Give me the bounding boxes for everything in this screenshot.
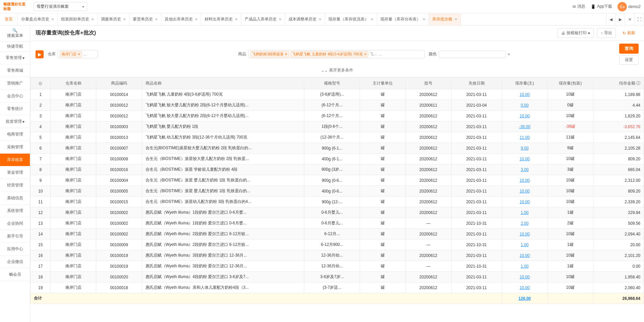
- tab-close-current[interactable]: ✕: [625, 13, 635, 25]
- row-qty-main[interactable]: 9.00: [502, 143, 547, 154]
- sidebar-search[interactable]: 🔍 搜索菜单: [0, 25, 30, 42]
- account-selector[interactable]: 母婴行业演示账套 ▾: [34, 2, 87, 11]
- messages-button[interactable]: ✉ 消息: [573, 4, 585, 9]
- row-qty-main[interactable]: 10.00: [502, 186, 547, 197]
- close-icon[interactable]: ✕: [285, 52, 287, 56]
- sidebar-item-operations[interactable]: 经营管理: [0, 179, 30, 192]
- product-tag-1[interactable]: 飞鹤奶粉3段两提装 ✕: [251, 51, 289, 57]
- close-icon[interactable]: ✕: [319, 17, 321, 21]
- sidebar-item-vip[interactable]: 畅会员: [0, 268, 30, 281]
- row-qty-main[interactable]: 10.00: [502, 272, 547, 282]
- close-icon[interactable]: ✕: [371, 17, 373, 21]
- sidebar-quick-nav[interactable]: 快捷导航: [0, 42, 30, 52]
- sidebar-item-purchase[interactable]: 采购管理: [0, 141, 30, 154]
- user-menu[interactable]: Ea demo2: [618, 2, 641, 11]
- sidebar-item-label: 基础信息: [7, 195, 23, 201]
- row-qty-main[interactable]: 1.00: [502, 261, 547, 272]
- tab-home[interactable]: 首页: [0, 13, 18, 25]
- sidebar-item-wholesale[interactable]: 批发管理 ▾: [0, 115, 30, 128]
- row-qty-main[interactable]: 10.00: [502, 111, 547, 121]
- warehouse-tag-nanan[interactable]: 南岸门店 ✕: [60, 51, 82, 57]
- row-qty-main[interactable]: 3.00: [502, 164, 547, 175]
- tab-scroll-left[interactable]: ◀: [606, 13, 616, 25]
- close-icon[interactable]: ✕: [155, 17, 158, 21]
- close-icon[interactable]: ✕: [123, 17, 126, 21]
- row-warehouse: 南岸门店: [51, 197, 96, 207]
- close-icon[interactable]: ✕: [235, 17, 237, 21]
- close-icon[interactable]: ✕: [195, 17, 198, 21]
- close-icon[interactable]: ✕: [279, 17, 281, 21]
- filter-expand-button[interactable]: ▶: [36, 50, 44, 58]
- sidebar-item-finance[interactable]: 资金管理: [0, 166, 30, 179]
- color-input[interactable]: [439, 51, 506, 58]
- row-qty-main[interactable]: 10.00: [502, 154, 547, 164]
- sidebar-item-enterprise[interactable]: 企业协同: [0, 217, 30, 230]
- product-tag-2[interactable]: 飞鹤星飞帆 儿童奶粉 4段(3-6岁适用) 700克 ✕: [290, 51, 368, 57]
- expand-conditions-button[interactable]: ⌄⌄ 展开更多条件: [36, 66, 639, 74]
- row-qty-main[interactable]: 2.00: [502, 218, 547, 229]
- tab-other-out[interactable]: 其他出库单历史 ✕: [161, 13, 201, 25]
- sidebar-item-wechat[interactable]: 企业微信: [0, 256, 30, 268]
- row-qty-main[interactable]: 10.00: [502, 229, 547, 239]
- search-icon: 🔍: [2, 28, 28, 33]
- settings-button[interactable]: 设置: [619, 55, 639, 65]
- tab-material-out[interactable]: 材料出库单历史 ✕: [201, 13, 241, 25]
- sidebar-item-basic[interactable]: 基础信息: [0, 192, 30, 205]
- sidebar-item-system[interactable]: 系统管理: [0, 205, 30, 217]
- row-code: 00100002: [96, 207, 142, 218]
- close-icon[interactable]: ✕: [91, 17, 94, 21]
- tab-scroll-right[interactable]: ▶: [616, 13, 625, 25]
- print-template-button[interactable]: 🖨 按模板打印 ▾: [557, 28, 594, 38]
- tab-inventory-split[interactable]: 分量盘点单历史 ✕: [18, 13, 58, 25]
- sidebar-item-retail-shop[interactable]: 零售商城: [0, 64, 30, 77]
- row-index: 12: [31, 207, 51, 218]
- tab-maximize[interactable]: ⛶: [635, 13, 644, 25]
- tab-requisition[interactable]: 要货单历史 ✕: [129, 13, 161, 25]
- chevron-down-icon: ⌄⌄: [321, 68, 328, 73]
- row-qty-main[interactable]: 10.00: [502, 282, 547, 293]
- row-qty-main[interactable]: 10.00: [502, 89, 547, 100]
- tab-inventory-status[interactable]: 现存量（库存状况表） ✕: [325, 13, 377, 25]
- row-code: 00100007: [96, 143, 142, 154]
- tab-batch-ledger[interactable]: 库存批次账 ✕: [429, 13, 461, 25]
- row-spec: 12-36月幼...: [304, 250, 360, 261]
- sidebar-item-marketing[interactable]: 营销推广: [0, 77, 30, 90]
- row-qty-main[interactable]: 1.00: [502, 207, 547, 218]
- row-qty-main[interactable]: 1.00: [502, 239, 547, 250]
- sidebar-item-guide[interactable]: 新手引导: [0, 230, 30, 243]
- row-qty-main[interactable]: -39.00: [502, 121, 547, 132]
- close-icon[interactable]: ✕: [364, 52, 367, 56]
- tab-allocation[interactable]: 调拨单历史 ✕: [98, 13, 129, 25]
- tab-inventory-dist[interactable]: 现存量（库存分布表） ✕: [377, 13, 429, 25]
- row-spec: 400g (0-6...: [304, 186, 360, 197]
- sidebar-item-retail[interactable]: 零售管理 ▾: [0, 52, 30, 64]
- warehouse-tags-container[interactable]: 南岸门店 ✕ ...: [58, 50, 98, 58]
- export-button[interactable]: ↑ 导出: [597, 28, 616, 38]
- chevron-down-icon[interactable]: ▾: [508, 52, 510, 57]
- app-download-button[interactable]: 📱 App下载: [591, 4, 612, 9]
- sidebar-item-members[interactable]: 会员中心: [0, 90, 30, 103]
- total-qty-main[interactable]: 126.00: [502, 293, 547, 304]
- row-qty-main[interactable]: 10.00: [502, 250, 547, 261]
- refresh-button[interactable]: ↻ 刷新: [619, 29, 639, 38]
- sidebar-item-ecommerce[interactable]: 电商管理: [0, 128, 30, 141]
- row-qty-main[interactable]: 11.00: [502, 132, 547, 143]
- row-qty-main[interactable]: 10.00: [502, 197, 547, 207]
- col-settings-icon[interactable]: ⚙: [31, 78, 51, 89]
- product-tags-container[interactable]: 飞鹤奶粉3段两提装 ✕ 飞鹤星飞帆 儿童奶粉 4段(3-6岁适用) 700克 ✕…: [248, 50, 425, 58]
- row-amount: 665.04: [593, 164, 644, 175]
- row-qty-main[interactable]: 0.00: [502, 100, 547, 111]
- close-icon[interactable]: ✕: [423, 17, 425, 21]
- tab-disassemble[interactable]: 组装拆卸单历史 ✕: [58, 13, 98, 25]
- row-qty-pack: 2罐: [547, 218, 593, 229]
- sidebar-item-retail-stats[interactable]: 零售统计: [0, 103, 30, 115]
- tab-cost-adjust[interactable]: 成本调整单历史 ✕: [285, 13, 325, 25]
- close-icon[interactable]: ✕: [51, 17, 54, 21]
- tab-product-in[interactable]: 产成品入库单历史 ✕: [241, 13, 285, 25]
- query-button[interactable]: 查询: [619, 44, 639, 54]
- row-qty-main[interactable]: 10.00: [502, 175, 547, 186]
- close-icon[interactable]: ✕: [454, 17, 457, 21]
- sidebar-item-apps[interactable]: 应用中心: [0, 243, 30, 256]
- close-icon[interactable]: ✕: [77, 52, 80, 56]
- sidebar-item-inventory[interactable]: 库存核算: [0, 154, 30, 166]
